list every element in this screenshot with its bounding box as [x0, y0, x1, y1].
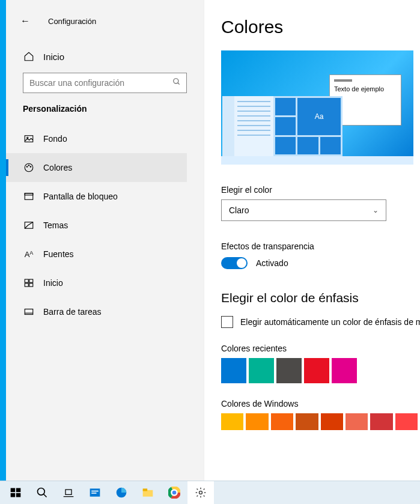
breadcrumb: Configuración: [48, 17, 96, 26]
picture-icon: [23, 133, 35, 144]
svg-line-1: [178, 83, 180, 85]
auto-accent-row: Elegir automáticamente un color de énfas…: [221, 316, 420, 328]
sidebar-item-fuentes[interactable]: AA Fuentes: [6, 240, 187, 269]
sidebar-item-label: Temas: [43, 220, 68, 230]
sidebar-item-fondo[interactable]: Fondo: [6, 124, 187, 153]
preview-text: Texto de ejemplo: [330, 82, 401, 96]
edge-icon[interactable]: [108, 481, 135, 505]
lockframe-icon: [23, 191, 35, 202]
sidebar-item-colores[interactable]: Colores: [6, 153, 187, 182]
font-icon: AA: [23, 250, 35, 259]
svg-rect-12: [29, 279, 33, 282]
search-input[interactable]: [23, 73, 187, 93]
back-icon[interactable]: ←: [20, 16, 30, 26]
taskbar-icon: [23, 306, 35, 317]
sidebar-item-lockscreen[interactable]: Pantalla de bloqueo: [6, 182, 187, 211]
svg-rect-19: [11, 493, 16, 497]
color-swatch[interactable]: [332, 358, 357, 383]
taskbar-search-icon[interactable]: [29, 481, 55, 505]
sidebar-inner: Inicio Personalización Fondo Colores: [6, 33, 204, 326]
svg-rect-13: [25, 284, 28, 287]
settings-window: ← Configuración Inicio Personalización: [6, 0, 420, 481]
svg-rect-17: [11, 488, 16, 493]
preview-pane: Texto de ejemplo Aa: [221, 50, 413, 165]
svg-point-7: [30, 166, 31, 168]
windows-colors: [221, 413, 420, 430]
file-explorer-icon[interactable]: [135, 481, 161, 505]
preview-tile-aa: Aa: [297, 98, 341, 135]
svg-rect-20: [16, 493, 21, 497]
svg-point-5: [26, 166, 28, 168]
sidebar-item-inicio[interactable]: Inicio: [6, 269, 187, 297]
color-swatch[interactable]: [249, 358, 274, 383]
home-label: Inicio: [43, 52, 64, 62]
taskbar-app-1[interactable]: [82, 481, 108, 505]
svg-point-35: [172, 491, 177, 495]
chevron-down-icon: ⌄: [373, 206, 379, 214]
svg-rect-8: [25, 193, 33, 200]
windows-colors-label: Colores de Windows: [221, 399, 420, 408]
main-content: Colores Texto de ejemplo Aa Elegi: [204, 0, 420, 481]
sidebar-item-label: Fondo: [43, 134, 67, 144]
color-swatch[interactable]: [395, 413, 418, 430]
home-icon: [23, 51, 35, 62]
start-button[interactable]: [2, 481, 29, 505]
settings-taskbar-icon[interactable]: [187, 481, 214, 505]
search-icon: [172, 77, 181, 88]
color-swatch[interactable]: [246, 413, 268, 430]
svg-rect-11: [25, 279, 28, 282]
sidebar-item-label: Colores: [43, 163, 72, 172]
section-title: Personalización: [23, 104, 187, 114]
sidebar: ← Configuración Inicio Personalización: [6, 0, 204, 481]
auto-accent-label: Elegir automáticamente un color de énfas…: [240, 317, 420, 327]
svg-rect-23: [65, 490, 72, 494]
recent-colors: [221, 358, 420, 383]
transparency-value: Activado: [256, 258, 288, 268]
svg-rect-26: [91, 491, 99, 492]
transparency-row: Activado: [221, 257, 420, 269]
chrome-icon[interactable]: [161, 481, 187, 505]
palette-icon: [23, 162, 35, 173]
svg-rect-15: [25, 309, 33, 315]
svg-rect-30: [143, 488, 148, 491]
sidebar-item-label: Pantalla de bloqueo: [43, 192, 118, 201]
svg-line-22: [44, 494, 47, 497]
start-icon: [23, 278, 35, 288]
svg-rect-27: [91, 493, 96, 494]
color-swatch[interactable]: [296, 413, 318, 430]
color-mode-value: Claro: [229, 205, 249, 215]
svg-rect-14: [29, 284, 33, 287]
nav-list: Fondo Colores Pantalla de bloqueo Temas …: [6, 124, 187, 326]
color-swatch[interactable]: [345, 413, 368, 430]
preview-start: Aa: [222, 96, 342, 156]
task-view-icon[interactable]: [55, 481, 82, 505]
choose-color-label: Elegir el color: [221, 185, 420, 195]
search-box: [23, 73, 187, 93]
sidebar-item-temas[interactable]: Temas: [6, 211, 187, 240]
transparency-toggle[interactable]: [221, 257, 248, 269]
svg-point-0: [174, 79, 178, 83]
color-mode-select[interactable]: Claro ⌄: [221, 199, 386, 221]
sidebar-item-taskbar[interactable]: Barra de tareas: [6, 297, 187, 326]
svg-point-21: [38, 488, 45, 496]
color-swatch[interactable]: [271, 413, 293, 430]
recent-colors-label: Colores recientes: [221, 344, 420, 353]
color-swatch[interactable]: [276, 358, 302, 383]
auto-accent-checkbox[interactable]: [221, 316, 233, 328]
os-taskbar: [0, 481, 420, 504]
color-swatch[interactable]: [304, 358, 329, 383]
color-swatch[interactable]: [370, 413, 392, 430]
header-row: ← Configuración: [6, 9, 204, 33]
svg-rect-9: [25, 193, 33, 195]
svg-point-6: [28, 165, 29, 166]
sidebar-item-label: Fuentes: [43, 249, 74, 259]
brush-icon: [23, 220, 35, 231]
color-swatch[interactable]: [321, 413, 343, 430]
transparency-label: Efectos de transparencia: [221, 241, 420, 251]
color-swatch[interactable]: [221, 358, 246, 383]
svg-point-36: [199, 491, 202, 494]
home-button[interactable]: Inicio: [23, 45, 187, 68]
color-swatch[interactable]: [221, 413, 243, 430]
svg-rect-18: [16, 488, 21, 493]
page-title: Colores: [221, 17, 420, 37]
